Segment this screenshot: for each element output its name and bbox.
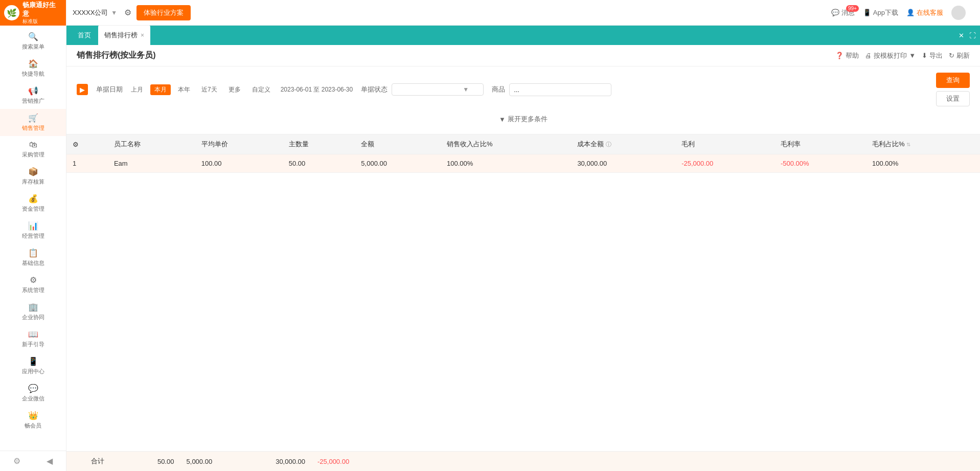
print-icon: 🖨 bbox=[865, 52, 872, 59]
filter-actions: 查询 设置 bbox=[936, 73, 970, 106]
sidebar-item-wechat[interactable]: 💬 企业微信 bbox=[0, 379, 66, 407]
col-header-gross: 毛利 bbox=[675, 134, 774, 154]
date-tab-近7天[interactable]: 近7天 bbox=[197, 84, 221, 95]
settings-btn[interactable]: 设置 bbox=[936, 91, 970, 106]
tab-close-icon[interactable]: × bbox=[141, 32, 144, 39]
finance-icon: 💰 bbox=[28, 194, 38, 204]
cell-name: Eam bbox=[108, 154, 195, 173]
message-icon: 💬 bbox=[831, 9, 839, 16]
sidebar-collapse-btn[interactable]: ◀ bbox=[47, 456, 53, 466]
user-avatar[interactable] bbox=[951, 6, 966, 20]
sidebar-item-operations[interactable]: 📊 经营管理 bbox=[0, 217, 66, 244]
query-btn[interactable]: 查询 bbox=[936, 73, 970, 88]
cell-cost: 30,000.00 bbox=[571, 154, 675, 173]
expand-more-icon: ▼ bbox=[499, 116, 506, 123]
wechat-label: 企业微信 bbox=[22, 395, 44, 402]
purchase-icon: 🛍 bbox=[29, 140, 37, 149]
sidebar-item-system[interactable]: ⚙ 系统管理 bbox=[0, 271, 66, 298]
col-header-sales_pct: 销售收入占比% bbox=[441, 134, 571, 154]
app-label: App下载 bbox=[873, 8, 898, 17]
window-close-icon[interactable]: ✕ bbox=[959, 32, 964, 39]
company-selector[interactable]: XXXXX公司 ▼ bbox=[73, 8, 117, 17]
app-download-btn[interactable]: 📱 App下载 bbox=[863, 8, 898, 17]
date-tab-自定义[interactable]: 自定义 bbox=[248, 84, 275, 95]
purchase-label: 采购管理 bbox=[22, 151, 44, 159]
export-label: 导出 bbox=[929, 51, 943, 60]
sidebar-item-marketing[interactable]: 📢 营销推广 bbox=[0, 82, 66, 109]
sidebar-item-purchase[interactable]: 🛍 采购管理 bbox=[0, 136, 66, 163]
topbar-gear-icon[interactable]: ⚙ bbox=[124, 8, 131, 17]
goods-select[interactable]: ... bbox=[509, 83, 611, 96]
logo-icon: 🌿 bbox=[4, 5, 19, 20]
sort-icon[interactable]: ⇅ bbox=[906, 142, 910, 147]
search-icon: 🔍 bbox=[28, 32, 38, 41]
sales-icon: 🛒 bbox=[28, 113, 38, 123]
basic-info-label: 基础信息 bbox=[22, 259, 44, 267]
footer-quantity: 50.00 bbox=[151, 458, 180, 465]
sidebar-item-guide[interactable]: 📖 新手引导 bbox=[0, 325, 66, 352]
table-row: 1Eam100.0050.005,000.00100.00%30,000.00-… bbox=[66, 154, 980, 173]
table-body: 1Eam100.0050.005,000.00100.00%30,000.00-… bbox=[66, 154, 980, 173]
sidebar-item-member[interactable]: 👑 畅会员 bbox=[0, 407, 66, 434]
sidebar-item-finance[interactable]: 💰 资金管理 bbox=[0, 190, 66, 217]
tab-home[interactable]: 首页 bbox=[71, 26, 98, 45]
status-select[interactable]: ▼ bbox=[392, 83, 484, 96]
trial-btn[interactable]: 体验行业方案 bbox=[136, 5, 191, 20]
date-tab-上月[interactable]: 上月 bbox=[127, 84, 147, 95]
message-btn[interactable]: 💬 消息 99+ bbox=[831, 8, 855, 17]
col-header-gross_pct: 毛利占比% ⇅ bbox=[866, 134, 980, 154]
logo-text: 畅康通好生意 标准版 bbox=[22, 1, 62, 25]
refresh-icon: ↻ bbox=[949, 52, 954, 59]
maximize-icon[interactable]: ⛶ bbox=[969, 32, 976, 39]
goods-select-value: ... bbox=[514, 86, 519, 94]
wechat-icon: 💬 bbox=[28, 384, 38, 393]
sidebar-item-app-center[interactable]: 📱 应用中心 bbox=[0, 352, 66, 379]
table-area: ⚙员工名称平均单价主数量全额销售收入占比%成本全额 ⓘ毛利毛利率毛利占比% ⇅ … bbox=[66, 134, 980, 451]
expand-more-btn[interactable]: ▼ 展开更多条件 bbox=[499, 115, 548, 124]
help-icon[interactable]: ⓘ bbox=[606, 141, 611, 147]
content-area: 销售排行榜(按业务员) ❓ 帮助 🖨 按模板打印 ▼ ⬇ 导出 ↻ 刷新 bbox=[66, 45, 980, 471]
sidebar-item-search[interactable]: 🔍 搜索菜单 bbox=[0, 28, 66, 55]
footer-amount: 5,000.00 bbox=[180, 458, 219, 465]
refresh-label: 刷新 bbox=[956, 51, 970, 60]
cell-rank: 1 bbox=[66, 154, 108, 173]
date-tab-更多[interactable]: 更多 bbox=[224, 84, 245, 95]
tabbar-actions: ✕ ⛶ bbox=[959, 32, 976, 39]
sidebar-item-basic-info[interactable]: 📋 基础信息 bbox=[0, 244, 66, 271]
inventory-label: 库存核算 bbox=[22, 178, 44, 186]
expand-more-row: ▼ 展开更多条件 bbox=[77, 106, 970, 128]
filter-toggle-btn[interactable]: ▶ bbox=[77, 84, 88, 95]
page-title: 销售排行榜(按业务员) bbox=[77, 50, 156, 61]
table-footer: 合计 50.00 5,000.00 30,000.00 -25,000.00 bbox=[66, 451, 980, 471]
cell-quantity: 50.00 bbox=[283, 154, 355, 173]
sidebar: 🌿 畅康通好生意 标准版 🔍 搜索菜单 🏠 快捷导航 📢 营销推广 🛒 销售管理… bbox=[0, 0, 66, 471]
print-btn[interactable]: 🖨 按模板打印 ▼ bbox=[865, 51, 916, 60]
status-filter-item: 单据状态 ▼ bbox=[361, 83, 484, 96]
topbar: XXXXX公司 ▼ ⚙ 体验行业方案 💬 消息 99+ 📱 App下载 👤 在线… bbox=[66, 0, 980, 26]
date-tab-本年[interactable]: 本年 bbox=[174, 84, 194, 95]
page-header: 销售排行榜(按业务员) ❓ 帮助 🖨 按模板打印 ▼ ⬇ 导出 ↻ 刷新 bbox=[66, 45, 980, 66]
inventory-icon: 📦 bbox=[28, 167, 38, 176]
col-header-gross_rate: 毛利率 bbox=[774, 134, 866, 154]
table-header-row: ⚙员工名称平均单价主数量全额销售收入占比%成本全额 ⓘ毛利毛利率毛利占比% ⇅ bbox=[66, 134, 980, 154]
sidebar-item-inventory[interactable]: 📦 库存核算 bbox=[0, 163, 66, 190]
sidebar-logo: 🌿 畅康通好生意 标准版 bbox=[0, 0, 66, 26]
service-label: 在线客服 bbox=[917, 8, 943, 17]
member-icon: 👑 bbox=[28, 411, 38, 420]
cell-avg_price: 100.00 bbox=[195, 154, 283, 173]
sidebar-item-sales[interactable]: 🛒 销售管理 bbox=[0, 109, 66, 136]
export-btn[interactable]: ⬇ 导出 bbox=[922, 51, 943, 60]
sidebar-item-quick-nav[interactable]: 🏠 快捷导航 bbox=[0, 55, 66, 82]
col-header-cost: 成本全额 ⓘ bbox=[571, 134, 675, 154]
sidebar-item-enterprise[interactable]: 🏢 企业协同 bbox=[0, 298, 66, 325]
marketing-icon: 📢 bbox=[28, 86, 38, 96]
sidebar-settings-btn[interactable]: ⚙ bbox=[13, 456, 20, 466]
online-service-btn[interactable]: 👤 在线客服 bbox=[906, 8, 943, 17]
status-select-arrow: ▼ bbox=[463, 86, 469, 93]
refresh-btn[interactable]: ↻ 刷新 bbox=[949, 51, 970, 60]
date-tab-本月[interactable]: 本月 bbox=[150, 84, 171, 95]
tab-sales-ranking[interactable]: 销售排行榜 × bbox=[98, 26, 150, 45]
help-btn[interactable]: ❓ 帮助 bbox=[835, 51, 859, 60]
service-icon: 👤 bbox=[906, 9, 915, 16]
col-header-name: 员工名称 bbox=[108, 134, 195, 154]
